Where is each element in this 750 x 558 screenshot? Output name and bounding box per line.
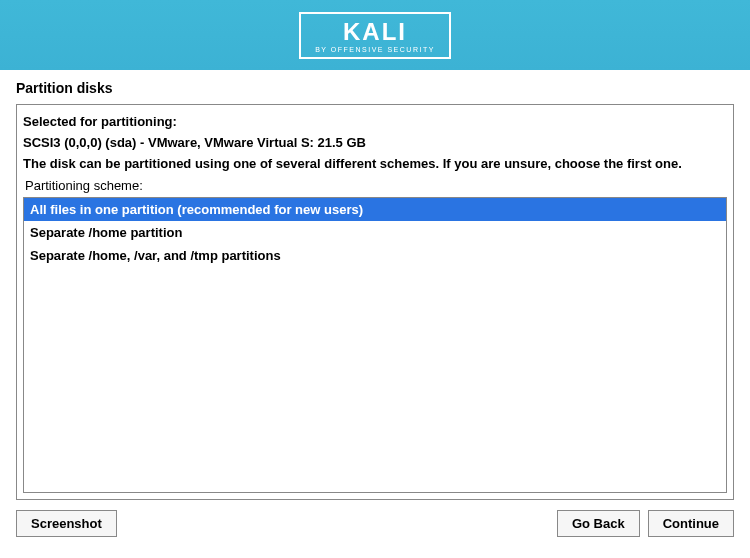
logo-sub-text: BY OFFENSIVE SECURITY: [315, 46, 435, 53]
installer-header: KALI BY OFFENSIVE SECURITY: [0, 0, 750, 70]
continue-button[interactable]: Continue: [648, 510, 734, 537]
content-frame: Selected for partitioning: SCSI3 (0,0,0)…: [16, 104, 734, 500]
button-bar: Screenshot Go Back Continue: [0, 500, 750, 537]
disk-info: SCSI3 (0,0,0) (sda) - VMware, VMware Vir…: [23, 132, 727, 153]
scheme-option-separate-home[interactable]: Separate /home partition: [24, 221, 726, 244]
screenshot-button[interactable]: Screenshot: [16, 510, 117, 537]
page-title: Partition disks: [0, 70, 750, 104]
logo-main-text: KALI: [315, 20, 435, 44]
scheme-option-separate-home-var-tmp[interactable]: Separate /home, /var, and /tmp partition…: [24, 244, 726, 267]
scheme-option-all-one[interactable]: All files in one partition (recommended …: [24, 198, 726, 221]
instructions-text: The disk can be partitioned using one of…: [23, 153, 727, 174]
selected-for-partitioning-label: Selected for partitioning:: [23, 111, 727, 132]
kali-logo: KALI BY OFFENSIVE SECURITY: [299, 12, 451, 59]
partitioning-scheme-list[interactable]: All files in one partition (recommended …: [23, 197, 727, 493]
partitioning-scheme-label: Partitioning scheme:: [23, 174, 727, 195]
go-back-button[interactable]: Go Back: [557, 510, 640, 537]
